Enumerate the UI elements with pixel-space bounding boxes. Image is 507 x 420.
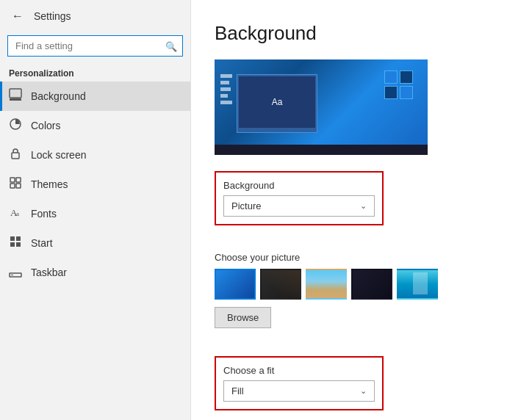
background-dropdown[interactable]: Picture ⌄ [223, 195, 375, 217]
sidebar-item-start-label: Start [31, 237, 53, 249]
preview-window: Aa [237, 74, 317, 133]
sidebar-title: Settings [34, 10, 71, 22]
picture-thumb-4[interactable] [351, 269, 392, 300]
svg-rect-15 [11, 275, 13, 275]
sidebar-item-colors[interactable]: Colors [0, 111, 190, 140]
picture-thumb-1[interactable] [215, 269, 256, 300]
sidebar-item-taskbar-label: Taskbar [31, 267, 67, 278]
svg-rect-0 [10, 89, 21, 98]
sidebar-item-taskbar[interactable]: Taskbar [0, 258, 190, 287]
background-dropdown-arrow: ⌄ [360, 201, 367, 211]
svg-rect-6 [10, 184, 15, 188]
svg-rect-11 [16, 236, 21, 241]
fit-field-label: Choose a fit [223, 365, 375, 376]
sidebar-item-lock-screen-label: Lock screen [31, 149, 86, 161]
sidebar-item-background-label: Background [31, 90, 86, 102]
sidebar-header: ← Settings [0, 0, 190, 32]
background-icon [9, 88, 22, 104]
svg-rect-12 [10, 242, 15, 247]
search-box: 🔍 [7, 35, 183, 57]
search-input[interactable] [7, 35, 183, 57]
main-content: Background Aa Background Picture ⌄ [191, 0, 507, 420]
preview-taskbar [215, 145, 428, 155]
background-preview: Aa [215, 59, 428, 155]
picture-thumb-3[interactable] [306, 269, 347, 300]
fit-dropdown[interactable]: Fill ⌄ [223, 380, 375, 402]
sidebar-item-start[interactable]: Start [0, 228, 190, 258]
background-field-label: Background [223, 180, 375, 191]
choose-picture-section: Choose your picture Browse [215, 252, 483, 341]
background-dropdown-value: Picture [231, 200, 261, 211]
page-title: Background [215, 22, 483, 45]
taskbar-icon [9, 264, 22, 280]
sidebar: ← Settings 🔍 Personalization Background … [0, 0, 191, 420]
sidebar-item-themes[interactable]: Themes [0, 170, 190, 199]
picture-thumb-5[interactable] [397, 269, 438, 300]
sidebar-item-fonts[interactable]: Aa Fonts [0, 199, 190, 228]
background-section: Background Picture ⌄ [215, 171, 384, 225]
preview-tiles [384, 70, 413, 99]
svg-text:a: a [16, 210, 19, 217]
sidebar-section-label: Personalization [0, 64, 190, 82]
fit-dropdown-arrow: ⌄ [360, 386, 367, 396]
back-button[interactable]: ← [9, 8, 26, 24]
svg-rect-3 [12, 153, 19, 159]
sidebar-item-themes-label: Themes [31, 178, 68, 190]
picture-thumb-2[interactable] [260, 269, 301, 300]
fonts-icon: Aa [9, 206, 22, 222]
svg-rect-13 [16, 242, 21, 247]
themes-icon [9, 176, 22, 192]
start-icon [9, 235, 22, 251]
browse-button[interactable]: Browse [215, 307, 271, 328]
svg-rect-1 [10, 98, 21, 101]
preview-stripes [220, 74, 232, 104]
lock-icon [9, 147, 22, 163]
svg-rect-10 [10, 236, 15, 241]
svg-rect-7 [16, 184, 21, 188]
sidebar-item-colors-label: Colors [31, 120, 60, 131]
fit-section: Choose a fit Fill ⌄ [215, 356, 384, 410]
colors-icon [9, 117, 22, 134]
search-icon: 🔍 [165, 40, 177, 51]
choose-picture-label: Choose your picture [215, 252, 483, 263]
sidebar-item-lock-screen[interactable]: Lock screen [0, 140, 190, 170]
fit-dropdown-value: Fill [231, 385, 244, 397]
picture-thumbnails [215, 269, 483, 300]
sidebar-item-fonts-label: Fonts [31, 208, 57, 220]
sidebar-item-background[interactable]: Background [0, 82, 190, 111]
svg-rect-5 [16, 178, 21, 182]
svg-rect-4 [10, 178, 15, 182]
